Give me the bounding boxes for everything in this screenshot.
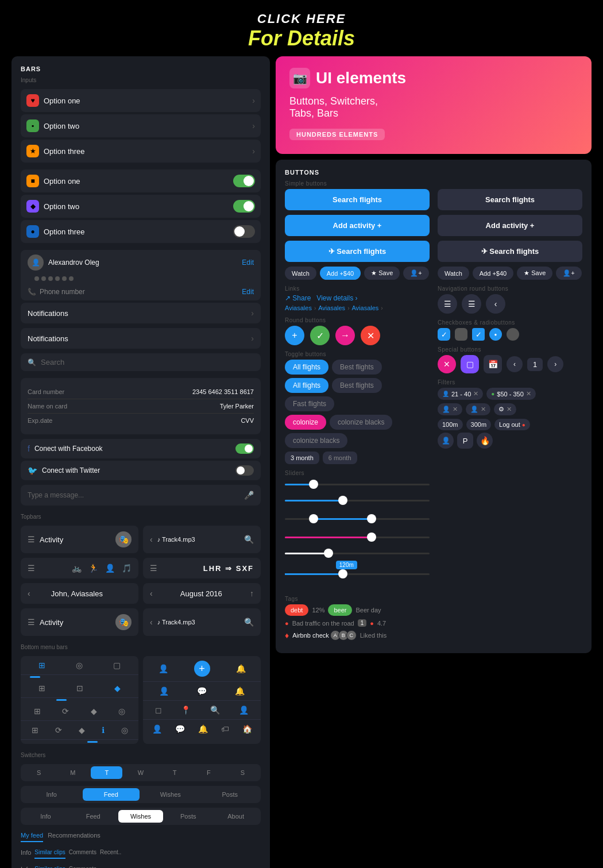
watch-btn-2[interactable]: Watch bbox=[438, 267, 469, 280]
topbar-track-2[interactable]: ‹ ♪ Track4.mp3 🔍 bbox=[143, 608, 261, 636]
notification-bar-2[interactable]: Notifications › bbox=[21, 328, 261, 349]
bm-icon-1[interactable]: ⊞ bbox=[38, 661, 45, 670]
add-activity-btn-1[interactable]: Add activity + bbox=[285, 215, 430, 236]
utab-similar-2[interactable]: Similar clips bbox=[34, 863, 65, 868]
fast-flights-btn[interactable]: Fast flights bbox=[285, 396, 334, 411]
utab-comments-2[interactable]: Comments bbox=[69, 863, 96, 868]
search-bar[interactable]: 🔍 bbox=[21, 353, 261, 371]
topbar-john[interactable]: ‹ John, Aviasales bbox=[21, 583, 138, 604]
view-details-link[interactable]: View details › bbox=[316, 294, 357, 302]
facebook-toggle[interactable] bbox=[235, 443, 254, 454]
utab-info-1[interactable]: Info bbox=[21, 847, 31, 859]
topbar-nav-icons[interactable]: ☰ 🚲 🏃 👤 🎵 bbox=[21, 558, 138, 578]
round-arrow-btn[interactable]: → bbox=[335, 326, 355, 345]
special-back-btn[interactable]: ‹ bbox=[507, 356, 523, 372]
gear-x[interactable]: ✕ bbox=[507, 406, 512, 413]
tab-s2[interactable]: S bbox=[227, 766, 258, 779]
utab-comments-1[interactable]: Comments bbox=[69, 847, 96, 859]
filter-person-btn[interactable]: 👤 bbox=[438, 433, 454, 449]
save-btn-1[interactable]: ★ Save bbox=[364, 267, 400, 280]
bm2-icon-3[interactable]: 👤 bbox=[159, 686, 169, 696]
radio-unselected-1[interactable] bbox=[507, 328, 519, 341]
toggle-three-switch[interactable] bbox=[233, 225, 255, 238]
slider-3-right-thumb[interactable] bbox=[367, 514, 376, 523]
bm2-icon-4[interactable]: 💬 bbox=[197, 686, 207, 696]
save-btn-2[interactable]: ★ Save bbox=[517, 267, 552, 280]
connect-facebook[interactable]: f Conect with Facebook bbox=[21, 439, 261, 458]
tab-m1[interactable]: M bbox=[57, 766, 88, 779]
tab-t1[interactable]: T bbox=[91, 766, 122, 779]
special-calendar-btn[interactable]: 📅 bbox=[484, 355, 502, 373]
topbar-august[interactable]: ‹ August 2016 ↑ bbox=[143, 583, 261, 604]
bm-icon-6[interactable]: ◆ bbox=[114, 684, 121, 693]
bm2-icon-2[interactable]: 🔔 bbox=[236, 664, 246, 673]
add-activity-btn-dark-1[interactable]: Add activity + bbox=[438, 215, 582, 236]
slider-6-thumb[interactable] bbox=[338, 569, 347, 578]
filter-p-btn[interactable]: P bbox=[457, 433, 473, 449]
radio-selected-1[interactable]: ● bbox=[489, 328, 502, 341]
breadcrumb-2[interactable]: Aviasales bbox=[318, 304, 345, 311]
tab-s1[interactable]: S bbox=[23, 766, 55, 779]
search-flights-btn-1[interactable]: Search flights bbox=[285, 189, 430, 210]
bm-icon-15[interactable]: ◎ bbox=[121, 726, 128, 735]
special-fwd-btn[interactable]: › bbox=[547, 356, 563, 372]
6month-btn[interactable]: 6 month bbox=[323, 452, 357, 464]
bm-icon-3[interactable]: ▢ bbox=[113, 661, 121, 670]
filter-age-x[interactable]: ✕ bbox=[473, 390, 478, 398]
special-square-btn[interactable]: ▢ bbox=[461, 355, 479, 373]
toggle-item-one[interactable]: ■ Option one bbox=[21, 169, 261, 192]
search-flights-btn-dark-1[interactable]: Search flights bbox=[438, 189, 582, 210]
notification-bar-1[interactable]: Notifications › bbox=[21, 303, 261, 323]
tab-posts-2[interactable]: Posts bbox=[165, 810, 211, 823]
breadcrumb-1[interactable]: Aviasales bbox=[285, 304, 312, 311]
utab-info-2[interactable]: Info bbox=[21, 863, 31, 868]
all-flights-btn-2[interactable]: All flights bbox=[285, 378, 328, 393]
follow-btn-1[interactable]: 👤+ bbox=[403, 267, 428, 280]
tab-wishes-2[interactable]: Wishes bbox=[118, 810, 164, 823]
fp-x-2[interactable]: ✕ bbox=[481, 406, 486, 413]
connect-twitter[interactable]: 🐦 Conect with Twitter bbox=[21, 461, 261, 480]
bm-icon-12[interactable]: ⟳ bbox=[55, 726, 62, 735]
tab-feed-1[interactable]: Feed bbox=[83, 788, 140, 801]
tab-t2[interactable]: T bbox=[159, 766, 191, 779]
colonize-blacks-btn-2[interactable]: colonize blacks bbox=[285, 433, 347, 448]
watch-btn-1[interactable]: Watch bbox=[285, 267, 316, 280]
tab-w1[interactable]: W bbox=[125, 766, 156, 779]
slider-2-thumb[interactable] bbox=[338, 496, 347, 505]
add-price-btn-2[interactable]: Add +$40 bbox=[473, 267, 513, 280]
bm-icon-5[interactable]: ⊡ bbox=[76, 684, 83, 693]
best-flights-btn-1[interactable]: Best flights bbox=[332, 360, 382, 375]
topbar-track-1[interactable]: ‹ ♪ Track4.mp3 🔍 bbox=[143, 526, 261, 553]
tab-posts-1[interactable]: Posts bbox=[202, 788, 259, 801]
topbar-activity-1[interactable]: ☰ Activity 🎭 bbox=[21, 526, 138, 553]
toggle-item-two[interactable]: ◆ Option two bbox=[21, 195, 261, 218]
slider-1-thumb[interactable] bbox=[309, 480, 318, 489]
tab-info-1[interactable]: Info bbox=[23, 788, 80, 801]
topbar-flight[interactable]: ☰ LHR ⇒ SXF bbox=[143, 558, 261, 578]
bm2-icon-14[interactable]: 🏠 bbox=[242, 724, 252, 734]
message-bar[interactable]: Type a message... 🎤 bbox=[21, 485, 261, 506]
utab-myfeed[interactable]: My feed bbox=[21, 830, 43, 842]
bm2-icon-7[interactable]: 📍 bbox=[181, 705, 191, 715]
colonize-btn-1[interactable]: colonize bbox=[285, 415, 326, 430]
twitter-toggle[interactable] bbox=[235, 465, 254, 476]
share-link[interactable]: ↗ Share bbox=[285, 294, 311, 302]
search-flights-icon-btn-1[interactable]: ✈ Search flights bbox=[285, 241, 430, 262]
search-input[interactable] bbox=[41, 358, 254, 367]
bm2-icon-13[interactable]: 🏷 bbox=[221, 724, 229, 734]
round-check-btn[interactable]: ✓ bbox=[310, 326, 330, 345]
bm2-icon-1[interactable]: 👤 bbox=[159, 664, 168, 673]
nav-menu-btn-2[interactable]: ☰ bbox=[462, 294, 481, 314]
bm-icon-4[interactable]: ⊞ bbox=[38, 684, 45, 693]
3month-btn[interactable]: 3 month bbox=[285, 452, 319, 464]
checkbox-checked-2[interactable]: ✓ bbox=[472, 328, 485, 341]
best-flights-btn-2[interactable]: Best flights bbox=[332, 378, 382, 393]
profile-edit-button[interactable]: Edit bbox=[242, 259, 254, 267]
bm2-icon-10[interactable]: 👤 bbox=[152, 724, 162, 734]
tab-wishes-1[interactable]: Wishes bbox=[142, 788, 199, 801]
slider-4-thumb[interactable] bbox=[367, 533, 376, 542]
tab-about-2[interactable]: About bbox=[213, 810, 258, 823]
bm2-icon-6[interactable]: ◻ bbox=[155, 705, 162, 715]
slider-5-thumb[interactable] bbox=[324, 549, 333, 558]
tab-f1[interactable]: F bbox=[193, 766, 225, 779]
